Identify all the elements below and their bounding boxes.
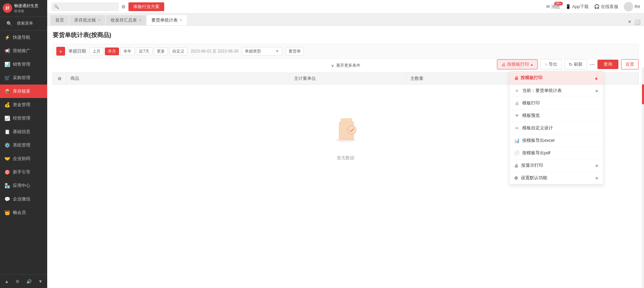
member-icon: 👑: [4, 210, 10, 216]
sidebar-search-label: 搜索菜单: [17, 21, 33, 26]
tab-inventory-batch[interactable]: 库存批次账 ×: [69, 15, 105, 25]
dropdown-display-print[interactable]: 🖨 按显示打印 ▶: [509, 159, 603, 172]
template-excel-icon: 📊: [514, 138, 520, 143]
online-service-label: 在线客服: [601, 4, 618, 10]
tab-close-icon[interactable]: ×: [139, 18, 141, 23]
sidebar-item-guide[interactable]: 🎯 新手引导: [0, 165, 47, 179]
tab-close-icon[interactable]: ×: [180, 18, 182, 23]
dropdown-template-design[interactable]: ✏ 模板自定义设计: [509, 122, 603, 134]
tab-label: 收发存汇总表: [111, 17, 137, 23]
sidebar-item-marketing[interactable]: 📢 营销推广: [0, 44, 47, 58]
topbar-search-input[interactable]: [60, 4, 116, 9]
date-btn-last-month[interactable]: 上月: [89, 47, 104, 55]
more-options-button[interactable]: ···: [590, 61, 595, 68]
tab-receipts-summary[interactable]: 收发存汇总表 ×: [106, 15, 146, 25]
scrollbar-thumb[interactable]: [642, 84, 644, 104]
goods-filter-label: 要货单: [289, 49, 301, 54]
sidebar-item-member[interactable]: 👑 畅会员: [0, 206, 47, 219]
app-download-label: App下载: [572, 4, 589, 10]
sidebar-item-enterprise[interactable]: 🤝 企业协同: [0, 152, 47, 165]
online-service-button[interactable]: 🎧 在线客服: [594, 4, 618, 10]
dropdown-set-default[interactable]: ⚙ 设置默认功能 ▶: [509, 172, 603, 184]
dropdown-template-print[interactable]: 🖨 模板打印: [509, 97, 603, 109]
dropdown-menu: 🖨 按模板打印 ▲ ≡ 当前：要货单统计表 ▶ 🖨 模板打印 👁 模板预览 ✏: [509, 71, 604, 185]
date-btn-custom[interactable]: 自定义: [169, 47, 187, 55]
sidebar-item-wechat[interactable]: 💬 企业微信: [0, 192, 47, 206]
sidebar-item-operations[interactable]: 📈 经营管理: [0, 111, 47, 125]
window-close-icon[interactable]: ×: [628, 19, 631, 25]
appstore-icon: 🏪: [4, 183, 10, 189]
topbar-search-icon: 🔍: [54, 4, 59, 9]
sidebar-item-finance[interactable]: 💰 资金管理: [0, 98, 47, 111]
date-btn-this-year[interactable]: 本年: [120, 47, 135, 55]
logo-icon: 好: [3, 3, 12, 13]
sidebar-item-sales[interactable]: 📊 销售管理: [0, 58, 47, 71]
system-icon: ⚙️: [4, 142, 10, 148]
topbar: 🔍 ⚙ 体验行业方案 ✉ 消息 99+ 📱 App下载 🎧 在线客服 Rit: [47, 0, 644, 13]
dropdown-template-excel[interactable]: 📊 按模板导出excel: [509, 134, 603, 147]
tab-order-stats[interactable]: 要货单统计表 ×: [147, 15, 187, 25]
export-button[interactable]: ↑ 导出: [540, 59, 562, 69]
sidebar-item-basic[interactable]: 📋 基础信息: [0, 125, 47, 138]
wechat-icon: 💬: [4, 196, 10, 202]
settings-button[interactable]: 设置: [621, 59, 639, 69]
basic-icon: 📋: [4, 129, 10, 135]
messages-button[interactable]: ✉ 消息 99+: [546, 4, 560, 10]
display-print-label: 按显示打印: [521, 162, 543, 168]
dropdown-current[interactable]: ≡ 当前：要货单统计表 ▶: [509, 85, 603, 97]
sound-icon[interactable]: 🔊: [26, 279, 32, 284]
tab-home-label: 首页: [55, 17, 64, 23]
filter-expand-button[interactable]: »: [56, 47, 65, 56]
date-btn-this-month[interactable]: 本月: [105, 47, 119, 55]
dropdown-current-label: 当前：要货单统计表: [522, 88, 562, 94]
goods-filter-input[interactable]: 要货单: [286, 47, 304, 56]
tab-label: 要货单统计表: [151, 17, 178, 23]
scroll-down-button[interactable]: ▼: [37, 278, 44, 285]
template-preview-icon: 👁: [514, 113, 520, 118]
app-download-button[interactable]: 📱 App下载: [565, 4, 589, 10]
user-area[interactable]: Rit: [624, 2, 640, 11]
print-button[interactable]: 🖨 按模板打印 ▲: [497, 59, 538, 69]
tabs-bar: 首页 库存批次账 × 收发存汇总表 × 要货单统计表 × × ⬜: [47, 13, 644, 26]
sidebar-item-label: 营销推广: [13, 48, 30, 54]
sidebar-nav: ⚡ 快捷导航 📢 营销推广 📊 销售管理 🛒 采购管理 📦 库存核算 💰 资金管…: [0, 31, 47, 274]
sidebar-item-purchase[interactable]: 🛒 采购管理: [0, 71, 47, 85]
settings-icon[interactable]: ⚙: [16, 279, 20, 284]
sidebar-search[interactable]: 🔍 搜索菜单: [0, 17, 47, 31]
scroll-up-button[interactable]: ▲: [3, 278, 10, 285]
topbar-search-box[interactable]: 🔍: [51, 2, 119, 11]
dropdown-template-preview[interactable]: 👁 模板预览: [509, 109, 603, 122]
search-icon: 🔍: [6, 21, 12, 27]
refresh-icon: ↻: [569, 62, 573, 67]
tab-close-icon[interactable]: ×: [98, 18, 100, 23]
refresh-button[interactable]: ↻ 刷新: [564, 59, 587, 69]
tab-home[interactable]: 首页: [51, 15, 69, 25]
type-filter-arrow: ▼: [275, 49, 279, 54]
date-btn-7days[interactable]: 近7天: [136, 47, 152, 55]
th-unit: 主计量单位: [290, 73, 406, 84]
empty-illustration: [329, 111, 362, 152]
sidebar-item-quick-nav[interactable]: ⚡ 快捷导航: [0, 31, 47, 44]
th-settings[interactable]: ⚙: [53, 73, 66, 84]
query-button[interactable]: 查询: [597, 60, 618, 69]
trial-button[interactable]: 体验行业方案: [128, 2, 164, 11]
app-download-icon: 📱: [565, 4, 571, 9]
sidebar-item-appstore[interactable]: 🏪 应用中心: [0, 179, 47, 192]
dropdown-arrow-icon: ▲: [594, 75, 598, 81]
dropdown-header[interactable]: 🖨 按模板打印 ▲: [509, 71, 603, 85]
dropdown-template-pdf[interactable]: 📄 按模板导出pdf: [509, 147, 603, 159]
sidebar-item-label: 快捷导航: [13, 34, 30, 40]
dropdown-item-label: 按模板导出excel: [522, 137, 554, 143]
sidebar-item-system[interactable]: ⚙️ 系统管理: [0, 138, 47, 152]
type-filter-select[interactable]: 单据类型 ▼: [242, 47, 282, 56]
tab-label: 库存批次账: [74, 17, 96, 23]
template-design-icon: ✏: [514, 126, 520, 131]
topbar-settings-icon[interactable]: ⚙: [121, 4, 126, 9]
messages-icon: ✉: [546, 4, 550, 9]
date-btn-more[interactable]: 更多: [154, 47, 168, 55]
window-expand-icon[interactable]: ⬜: [634, 19, 641, 25]
sidebar-item-inventory[interactable]: 📦 库存核算: [0, 85, 47, 98]
right-scrollbar[interactable]: [642, 67, 644, 288]
topbar-right: ✉ 消息 99+ 📱 App下载 🎧 在线客服 Rit: [546, 2, 640, 11]
sidebar-item-label: 库存核算: [13, 88, 30, 94]
